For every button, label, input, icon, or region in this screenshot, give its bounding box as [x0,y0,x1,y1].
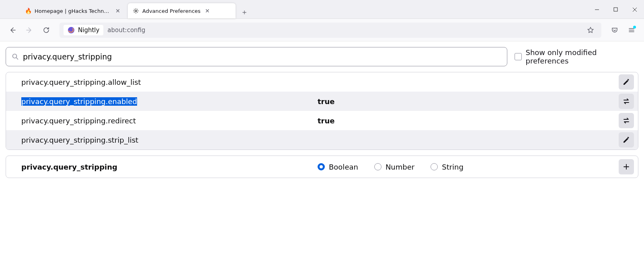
pref-table: privacy.query_stripping.allow_list priva… [6,72,638,150]
radio-label: String [442,163,464,171]
plus-icon [623,163,630,170]
pref-name: privacy.query_stripping.enabled [21,93,318,110]
show-only-modified-label: Show only modified preferences [526,48,638,65]
radio-icon [431,163,438,170]
nav-toolbar: Nightly about:config [0,19,644,41]
window-controls [587,0,644,19]
gear-icon [133,8,139,14]
type-radio-boolean[interactable]: Boolean [318,163,358,171]
new-tab-button[interactable]: ＋ [238,6,251,18]
pencil-icon [623,136,630,143]
url-bar[interactable]: Nightly about:config [59,23,601,38]
pref-row[interactable]: privacy.query_stripping.allow_list [6,72,638,92]
reload-button[interactable] [39,23,53,37]
add-pref-name: privacy.query_stripping [21,163,318,171]
tab-title: Homepage | gHacks Technolog [35,8,111,14]
edit-button[interactable] [619,132,634,147]
checkbox-icon[interactable] [515,53,522,60]
pref-search-input[interactable] [23,52,501,61]
search-icon [12,53,19,60]
type-radio-string[interactable]: String [431,163,464,171]
maximize-button[interactable] [606,0,625,19]
back-button[interactable] [6,23,19,37]
pref-row[interactable]: privacy.query_stripping.redirect true [6,111,638,130]
toggle-arrows-icon [622,117,630,125]
tab-advanced-preferences[interactable]: Advanced Preferences ✕ [128,3,236,18]
toggle-button[interactable] [619,94,634,109]
add-pref-row: privacy.query_stripping Boolean Number S… [6,156,638,178]
svg-point-0 [135,10,137,12]
pref-name: privacy.query_stripping.strip_list [21,132,318,148]
identity-label: Nightly [78,27,99,34]
search-row: Show only modified preferences [6,47,638,66]
about-config-content: Show only modified preferences privacy.q… [0,41,644,184]
add-button[interactable] [619,159,634,174]
tab-title: Advanced Preferences [142,8,201,14]
pencil-icon [623,78,630,86]
close-icon[interactable]: ✕ [204,7,211,14]
type-select-group: Boolean Number String [318,163,614,171]
pref-name: privacy.query_stripping.redirect [21,113,318,129]
identity-box[interactable]: Nightly [64,25,103,35]
favicon-ghacks-icon: 🔥 [25,8,31,14]
close-icon[interactable]: ✕ [114,7,121,14]
bookmark-star-icon[interactable] [584,23,597,37]
pref-name: privacy.query_stripping.allow_list [21,74,318,90]
pref-search-box[interactable] [6,47,507,66]
minimize-button[interactable] [587,0,606,19]
radio-label: Boolean [329,163,358,171]
svg-rect-1 [614,8,617,11]
toggle-arrows-icon [622,97,630,105]
forward-button[interactable] [23,23,36,37]
show-only-modified[interactable]: Show only modified preferences [515,48,638,65]
app-menu-button[interactable] [625,23,638,37]
type-radio-number[interactable]: Number [374,163,414,171]
radio-label: Number [386,163,414,171]
url-text: about:config [107,27,145,34]
radio-icon [374,163,381,170]
pref-value: true [318,97,614,106]
edit-button[interactable] [619,74,634,90]
toggle-button[interactable] [619,113,634,128]
radio-icon [318,163,325,170]
close-window-button[interactable] [625,0,644,19]
pref-value: true [318,117,614,125]
tab-bar: 🔥 Homepage | gHacks Technolog ✕ Advanced… [0,0,644,19]
svg-point-3 [13,54,17,58]
tab-ghacks[interactable]: 🔥 Homepage | gHacks Technolog ✕ [20,3,128,18]
pocket-icon[interactable] [608,23,621,37]
add-pref-box: privacy.query_stripping Boolean Number S… [6,156,638,178]
firefox-nightly-icon [68,27,75,34]
pref-row[interactable]: privacy.query_stripping.enabled true [6,92,638,111]
pref-row[interactable]: privacy.query_stripping.strip_list [6,130,638,150]
